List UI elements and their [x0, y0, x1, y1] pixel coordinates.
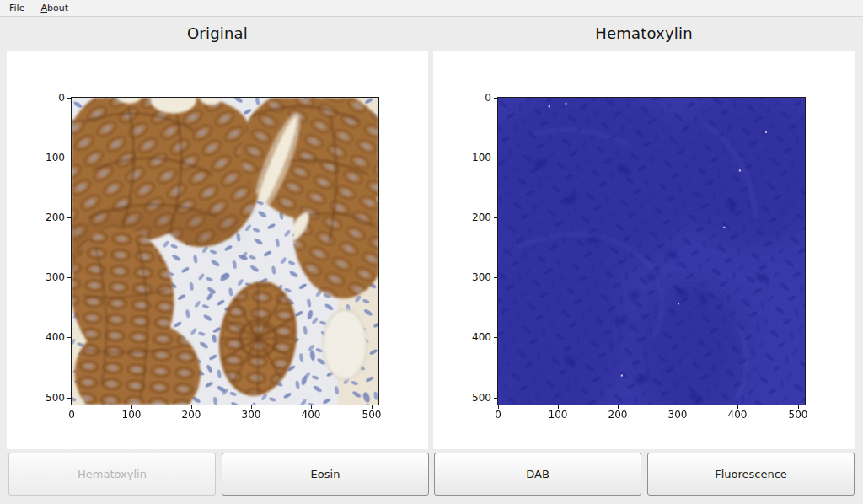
x-tick-label: 0 [68, 409, 75, 421]
figure-panel-hematoxylin: 0 100 200 300 400 500 0 100 200 300 400 … [433, 51, 855, 449]
y-tick-mark [494, 337, 497, 338]
x-tick-label: 100 [549, 409, 568, 421]
y-tick-label: 100 [453, 152, 491, 164]
x-tick-label: 400 [302, 409, 321, 421]
x-tick-label: 300 [242, 409, 261, 421]
y-tick-mark [67, 398, 71, 399]
y-tick-mark [494, 398, 497, 399]
y-tick-mark [494, 98, 497, 99]
hematoxylin-button[interactable]: Hematoxylin [8, 453, 216, 496]
y-tick-mark [494, 217, 497, 218]
menu-about-rest: bout [47, 3, 68, 13]
menu-bar: File About [0, 0, 863, 17]
x-tick-label: 0 [495, 409, 501, 421]
y-tick-mark [494, 277, 497, 278]
y-tick-mark [67, 277, 71, 278]
dab-button[interactable]: DAB [434, 453, 641, 496]
y-tick-mark [67, 158, 71, 158]
figure-panel-original: 0 100 200 300 400 500 0 100 200 300 400 … [7, 51, 428, 449]
y-tick-label: 100 [26, 152, 65, 164]
y-tick-label: 300 [453, 271, 491, 283]
y-tick-label: 200 [453, 212, 491, 223]
y-tick-label: 300 [26, 271, 65, 283]
x-tick-label: 300 [668, 409, 688, 421]
y-tick-label: 0 [453, 92, 491, 104]
y-tick-label: 200 [26, 212, 65, 223]
hematoxylin-plot-area: 0 100 200 300 400 500 0 100 200 300 400 … [497, 97, 806, 405]
y-tick-label: 400 [26, 331, 65, 343]
y-tick-mark [494, 158, 497, 158]
original-plot-area: 0 100 200 300 400 500 0 100 200 300 400 … [71, 97, 379, 405]
x-tick-label: 200 [608, 409, 628, 421]
y-tick-mark [67, 337, 71, 338]
fluorescence-button[interactable]: Fluorescence [647, 453, 855, 496]
y-tick-mark [67, 217, 71, 218]
x-tick-label: 500 [362, 409, 382, 421]
menu-about-accel: A [40, 3, 47, 13]
x-tick-label: 500 [789, 409, 808, 421]
y-tick-label: 500 [26, 392, 65, 404]
x-tick-label: 200 [182, 409, 201, 421]
y-tick-label: 400 [453, 331, 491, 343]
menu-about[interactable]: About [40, 3, 68, 13]
figure-title-original: Original [7, 24, 428, 42]
menu-file[interactable]: File [9, 3, 24, 13]
y-tick-label: 500 [453, 392, 491, 404]
eosin-button[interactable]: Eosin [222, 453, 429, 496]
figure-title-hematoxylin: Hematoxylin [433, 24, 855, 42]
hematoxylin-channel-image [498, 98, 805, 405]
y-tick-label: 0 [26, 92, 65, 104]
original-histology-image [72, 98, 378, 405]
y-tick-mark [67, 98, 71, 99]
x-tick-label: 400 [728, 409, 748, 421]
x-tick-label: 100 [122, 409, 142, 421]
